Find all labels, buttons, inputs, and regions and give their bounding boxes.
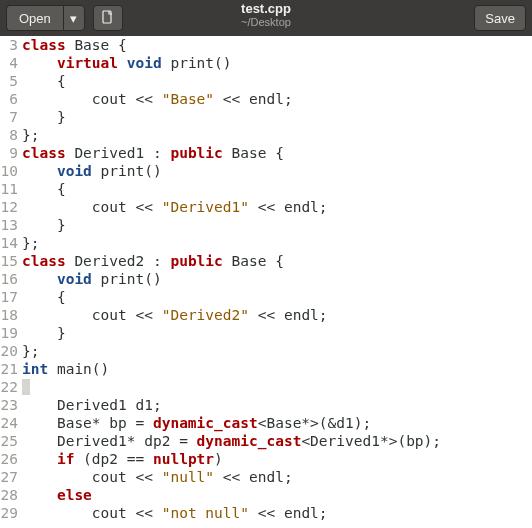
line-number: 5 (0, 72, 22, 90)
code-line: 15class Derived2 : public Base { (0, 252, 532, 270)
chevron-down-icon: ▾ (70, 11, 77, 26)
line-number: 18 (0, 306, 22, 324)
open-recent-dropdown[interactable]: ▾ (63, 5, 85, 31)
code-line: 19 } (0, 324, 532, 342)
line-number: 6 (0, 90, 22, 108)
document-title: test.cpp ~/Desktop (241, 2, 291, 28)
line-number: 17 (0, 288, 22, 306)
open-button-label: Open (19, 11, 51, 26)
line-number: 24 (0, 414, 22, 432)
code-line: 11 { (0, 180, 532, 198)
line-number: 8 (0, 126, 22, 144)
new-document-icon (101, 10, 115, 27)
code-line: 7 } (0, 108, 532, 126)
line-number: 26 (0, 450, 22, 468)
line-number: 7 (0, 108, 22, 126)
line-number: 10 (0, 162, 22, 180)
line-number: 28 (0, 486, 22, 504)
code-line: 13 } (0, 216, 532, 234)
line-number: 9 (0, 144, 22, 162)
code-line: 28 else (0, 486, 532, 504)
line-number: 16 (0, 270, 22, 288)
text-cursor (22, 379, 30, 395)
code-line: 3class Base { (0, 36, 532, 54)
code-line: 10 void print() (0, 162, 532, 180)
line-number: 4 (0, 54, 22, 72)
code-line: 12 cout << "Derived1" << endl; (0, 198, 532, 216)
code-line: 16 void print() (0, 270, 532, 288)
code-line: 14}; (0, 234, 532, 252)
line-number: 15 (0, 252, 22, 270)
line-number: 27 (0, 468, 22, 486)
code-line: 18 cout << "Derived2" << endl; (0, 306, 532, 324)
line-number: 25 (0, 432, 22, 450)
open-button[interactable]: Open (6, 5, 63, 31)
file-name: test.cpp (241, 2, 291, 16)
save-button[interactable]: Save (474, 5, 526, 31)
save-button-label: Save (485, 11, 515, 26)
code-line: 9class Derived1 : public Base { (0, 144, 532, 162)
code-line: 6 cout << "Base" << endl; (0, 90, 532, 108)
code-line: 25 Derived1* dp2 = dynamic_cast<Derived1… (0, 432, 532, 450)
code-line: 24 Base* bp = dynamic_cast<Base*>(&d1); (0, 414, 532, 432)
line-number: 11 (0, 180, 22, 198)
line-number: 14 (0, 234, 22, 252)
code-line: 8}; (0, 126, 532, 144)
line-number: 19 (0, 324, 22, 342)
line-number: 23 (0, 396, 22, 414)
code-line: 26 if (dp2 == nullptr) (0, 450, 532, 468)
code-line: 23 Derived1 d1; (0, 396, 532, 414)
line-number: 21 (0, 360, 22, 378)
code-line: 29 cout << "not null" << endl; (0, 504, 532, 522)
file-path: ~/Desktop (241, 16, 291, 28)
code-editor[interactable]: 3class Base { 4 virtual void print() 5 {… (0, 36, 532, 522)
line-number: 20 (0, 342, 22, 360)
code-line: 5 { (0, 72, 532, 90)
line-number: 12 (0, 198, 22, 216)
line-number: 22 (0, 378, 22, 396)
line-number: 13 (0, 216, 22, 234)
code-line: 4 virtual void print() (0, 54, 532, 72)
code-line: 22 (0, 378, 532, 396)
new-tab-button[interactable] (93, 5, 123, 31)
line-number: 3 (0, 36, 22, 54)
code-line: 17 { (0, 288, 532, 306)
code-line: 27 cout << "null" << endl; (0, 468, 532, 486)
svg-rect-0 (103, 11, 111, 23)
code-line: 21int main() (0, 360, 532, 378)
titlebar: Open ▾ test.cpp ~/Desktop Save (0, 0, 532, 36)
line-number: 29 (0, 504, 22, 522)
code-line: 20}; (0, 342, 532, 360)
